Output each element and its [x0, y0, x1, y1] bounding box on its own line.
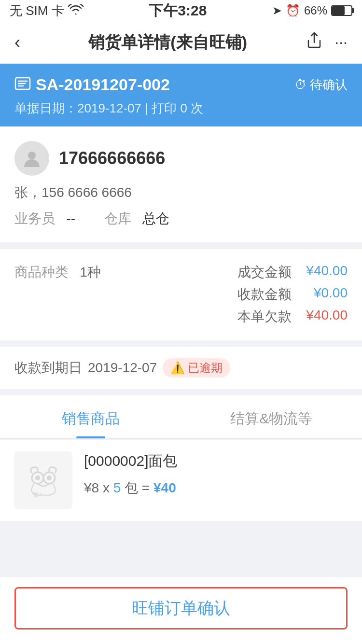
battery-percent: 66% [304, 4, 327, 17]
nav-bar: ‹ 销货单详情(来自旺铺) ··· [0, 21, 362, 64]
product-thumbnail: 管+ [14, 451, 72, 509]
overdue-text: 已逾期 [188, 360, 223, 376]
product-types: 商品种类 1种 [14, 263, 101, 281]
amount-label-0: 成交金额 [237, 263, 292, 281]
order-number: SA-20191207-002 [14, 75, 170, 94]
svg-point-5 [47, 476, 52, 480]
product-types-label: 商品种类 [14, 265, 69, 280]
product-multiply: x [103, 480, 113, 495]
product-quantity: 5 [113, 480, 121, 495]
salesperson-label: 业务员 [14, 211, 55, 226]
tab-settlement[interactable]: 结算&物流等 [181, 395, 362, 438]
customer-meta: 业务员 -- 仓库 总仓 [14, 210, 348, 228]
product-equals: = [142, 480, 153, 495]
tabs-bar: 销售商品 结算&物流等 [0, 395, 362, 439]
nav-actions: ··· [306, 32, 348, 53]
product-name: [0000002]面包 [84, 451, 348, 471]
amount-value-2: ¥40.00 [299, 308, 348, 326]
page-title: 销货单详情(来自旺铺) [30, 31, 306, 54]
product-calc: ¥8 x 5 包 = ¥40 [84, 479, 348, 497]
overdue-icon: ⚠️ [170, 361, 185, 375]
carrier-text: 无 SIM 卡 [10, 2, 64, 19]
amount-row-2: 收款金额 ¥0.00 [237, 285, 348, 304]
amount-label-1: 收款金额 [237, 285, 292, 304]
status-left: 无 SIM 卡 [10, 2, 84, 19]
confirm-order-button[interactable]: 旺铺订单确认 [14, 587, 348, 630]
amount-row-3: 本单欠款 ¥40.00 [237, 308, 348, 326]
customer-phone: 17666666666 [59, 148, 165, 168]
back-button[interactable]: ‹ [14, 32, 20, 53]
product-price: ¥8 [84, 480, 99, 495]
clock-icon: ⏱ [294, 77, 307, 92]
amount-value-1: ¥0.00 [299, 285, 348, 304]
product-types-value: 1种 [80, 265, 101, 280]
wifi-icon [68, 3, 84, 18]
product-card: 管+ [0000002]面包 ¥8 x 5 包 = ¥40 [0, 440, 362, 521]
due-date-card: 收款到期日 2019-12-07 ⚠️ 已逾期 [0, 347, 362, 389]
tab-products[interactable]: 销售商品 [0, 395, 181, 438]
salesperson-value: -- [66, 211, 75, 226]
svg-text:管+: 管+ [33, 491, 42, 497]
bottom-bar: 旺铺订单确认 [0, 577, 362, 644]
battery-icon [331, 5, 352, 16]
product-unit: 包 [125, 480, 138, 495]
customer-name: 张，156 6666 6666 [14, 183, 348, 202]
due-date-value: 2019-12-07 [88, 360, 157, 376]
more-icon[interactable]: ··· [334, 33, 348, 51]
warehouse-value: 总仓 [142, 211, 169, 226]
overdue-badge: ⚠️ 已逾期 [163, 358, 230, 378]
order-date: 单据日期：2019-12-07 | 打印 0 次 [14, 100, 348, 117]
product-total: ¥40 [153, 480, 176, 495]
status-time: 下午3:28 [149, 1, 207, 21]
alarm-icon: ⏰ [286, 4, 300, 17]
avatar [14, 141, 49, 176]
location-icon: ➤ [272, 4, 282, 17]
customer-card: 17666666666 张，156 6666 6666 业务员 -- 仓库 总仓 [0, 126, 362, 242]
summary-card: 商品种类 1种 成交金额 ¥40.00 收款金额 ¥0.00 本单欠款 ¥40.… [0, 249, 362, 340]
warehouse-label: 仓库 [104, 211, 131, 226]
order-icon [14, 75, 31, 94]
amount-row-1: 成交金额 ¥40.00 [237, 263, 348, 281]
order-header: SA-20191207-002 ⏱ 待确认 单据日期：2019-12-07 | … [0, 64, 362, 126]
amount-label-2: 本单欠款 [237, 308, 292, 326]
status-right: ➤ ⏰ 66% [272, 4, 352, 17]
summary-amounts: 成交金额 ¥40.00 收款金额 ¥0.00 本单欠款 ¥40.00 [237, 263, 348, 326]
svg-point-4 [35, 476, 40, 480]
product-info: [0000002]面包 ¥8 x 5 包 = ¥40 [84, 451, 348, 497]
due-date-label: 收款到期日 [14, 359, 82, 377]
status-bar: 无 SIM 卡 下午3:28 ➤ ⏰ 66% [0, 0, 362, 21]
amount-value-0: ¥40.00 [299, 263, 348, 281]
order-status: ⏱ 待确认 [294, 76, 348, 93]
svg-point-1 [28, 152, 36, 159]
share-icon[interactable] [306, 32, 323, 53]
